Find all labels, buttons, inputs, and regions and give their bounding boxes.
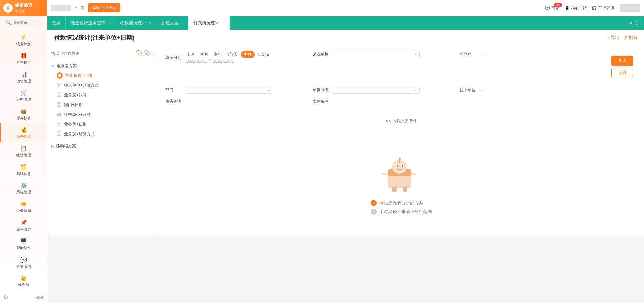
topbar-settings-icon[interactable]: ⚙ xyxy=(80,5,85,11)
dept-label: 部门 xyxy=(165,87,183,93)
sidebar-item-operation[interactable]: 📋 经营管理 xyxy=(0,142,47,160)
scheme-item-label: 业务员+结算方式 xyxy=(64,131,95,137)
message-action[interactable]: 💬 消息 99+ xyxy=(545,5,559,11)
date-btn-more[interactable]: 更多 xyxy=(241,51,255,58)
tab-receipt-stats-close[interactable]: × xyxy=(149,21,151,25)
footer-settings-icon[interactable]: ⚙ xyxy=(3,294,8,300)
tab-new-plan-close[interactable]: × xyxy=(181,21,183,25)
sidebar-header: 6 畅捷通巧 标准版 xyxy=(0,0,47,16)
sidebar-item-system[interactable]: ⚙️ 系统管理 xyxy=(0,179,47,198)
scheme-settings-icon[interactable]: ⚙ xyxy=(144,50,150,56)
tab-receipt-stats[interactable]: 收款情况统计 × xyxy=(115,16,156,30)
guide-icon: 📌 xyxy=(20,219,27,226)
sidebar-item-guide[interactable]: 📌 新手引导 xyxy=(0,216,47,235)
settings-btn[interactable]: 设置 xyxy=(611,68,633,78)
mobile-section-arrow: ▶ xyxy=(51,144,54,148)
service-action[interactable]: 🎧 在线客服 xyxy=(592,5,614,11)
date-btn-this-month[interactable]: 本月 xyxy=(198,51,210,58)
desktop-section-header[interactable]: ▼ 电脑端方案 xyxy=(47,62,158,70)
sidebar-item-marketing[interactable]: 🎁 营销推广 xyxy=(0,49,47,68)
scheme-item-dept-date[interactable]: 部门+日期 xyxy=(47,100,158,110)
sidebar-item-basic-info[interactable]: 🗂️ 基础信息 xyxy=(0,160,47,179)
staff-label: 业务员 xyxy=(460,51,477,57)
date-btn-custom[interactable]: 自定义 xyxy=(256,51,272,58)
collapse-icon: ∧∧ xyxy=(385,119,391,123)
quick-nav-icon: ⚡ xyxy=(20,33,27,41)
filter-partner-col: 往来单位 ··· xyxy=(460,87,607,93)
sidebar-item-wechat[interactable]: 💬 企业微信 xyxy=(0,253,47,272)
scheme-item-unit-date[interactable]: 往来单位+日期 xyxy=(47,70,158,81)
sidebar-search-container: 🔍 xyxy=(0,16,47,29)
message-badge: 99+ xyxy=(554,3,562,7)
topbar-actions: 💬 消息 99+ 📱 App下载 🎧 在线客服 xyxy=(545,4,640,12)
scheme-item-staff-account[interactable]: 业务员+账号 xyxy=(47,90,158,100)
filter-row-1: 单据日期 上月 本月 本年 近7天 更多 自定义 20 xyxy=(165,51,637,83)
svg-rect-28 xyxy=(382,173,388,175)
sidebar-item-member[interactable]: 👑 畅会员 xyxy=(0,272,47,290)
status-label: 单据状态 xyxy=(313,87,330,93)
partner-dots-btn[interactable]: ··· xyxy=(479,88,484,93)
main-content: ▾ ⚙ 体验行业方案 💬 消息 99+ 📱 App下载 🎧 在线客服 首页 xyxy=(47,0,644,303)
search-icon: 🔍 xyxy=(6,20,11,25)
tab-bank-flow-close[interactable]: × xyxy=(108,21,110,25)
table-icon4 xyxy=(57,122,61,127)
staff-dots-btn[interactable]: ··· xyxy=(479,51,484,57)
sidebar-item-inventory[interactable]: 📦 库存核算 xyxy=(0,105,47,123)
empty-illustration xyxy=(381,154,421,194)
sidebar-item-label: 智能硬件 xyxy=(16,245,31,250)
sidebar-item-hardware[interactable]: 🖥️ 智能硬件 xyxy=(0,235,47,253)
message-icon: 💬 xyxy=(545,6,550,10)
search-input[interactable] xyxy=(12,21,39,25)
sidebar-item-sales[interactable]: 📊 销售管理 xyxy=(0,68,47,86)
scheme-item-staff-settle[interactable]: 业务员+结算方式 xyxy=(47,129,158,139)
query-btn[interactable]: 查询 xyxy=(611,56,633,66)
footer-collapse-icon[interactable]: ◀◀ xyxy=(35,294,43,300)
sales-icon: 📊 xyxy=(20,70,27,78)
topbar-dropdown-icon[interactable]: ▾ xyxy=(75,6,77,10)
scheme-item-unit-account[interactable]: 往来单位+账号 xyxy=(47,110,158,120)
export-action[interactable]: ↑ 导出 xyxy=(607,35,620,41)
trial-btn[interactable]: 体验行业方案 xyxy=(88,3,120,12)
right-panel: 单据日期 上月 本月 本年 近7天 更多 自定义 20 xyxy=(158,46,644,235)
scheme-item-label: 往来单位+账号 xyxy=(64,112,91,118)
scheme-panel: 按以下方案查询 + ⚙ « ▼ 电脑端方案 xyxy=(47,46,158,235)
scheme-add-icon[interactable]: + xyxy=(136,50,142,56)
tabbar-close-icon[interactable]: ✕ xyxy=(629,20,633,26)
sidebar-item-funds[interactable]: 💰 资金管理 xyxy=(0,123,47,142)
date-btn-7days[interactable]: 近7天 xyxy=(225,51,240,58)
svg-point-24 xyxy=(397,165,398,167)
table-icon2 xyxy=(57,92,61,98)
tabbar: 首页 现金银行流水查询 × 收款情况统计 × 新建方案 × 付款情况统计 × ✕… xyxy=(47,16,644,30)
body-note-input[interactable] xyxy=(332,98,460,105)
enterprise-icon: 🤝 xyxy=(20,200,27,208)
mobile-section-header[interactable]: ▶ 移动端方案 xyxy=(47,142,158,150)
tab-payment-stats[interactable]: 付款情况统计 × xyxy=(188,16,229,30)
sidebar-item-purchase[interactable]: 🛒 采购管理 xyxy=(0,86,47,105)
dept-select[interactable]: ▾ xyxy=(185,87,272,94)
sidebar-item-enterprise[interactable]: 🤝 企业协同 xyxy=(0,198,47,216)
wechat-icon: 💬 xyxy=(20,256,27,263)
sidebar-footer: ⚙ ◀◀ xyxy=(0,291,47,303)
collapse-btn[interactable]: ∧∧ 收起更多条件 xyxy=(381,117,421,125)
app-download-action[interactable]: 📱 App下载 xyxy=(565,5,586,11)
tab-bank-flow[interactable]: 现金银行流水查询 × xyxy=(66,16,115,30)
scheme-collapse-icon[interactable]: « xyxy=(152,51,154,56)
tabbar-expand-icon[interactable]: ⛶ xyxy=(636,20,641,26)
tab-new-plan[interactable]: 新建方案 × xyxy=(156,16,188,30)
date-controls: 上月 本月 本年 近7天 更多 自定义 2022-01-01 至 2022-12… xyxy=(185,51,272,64)
marketing-icon: 🎁 xyxy=(20,52,27,59)
tab-payment-stats-close[interactable]: × xyxy=(222,21,224,25)
app-icon: 📱 xyxy=(565,6,570,10)
date-btn-this-year[interactable]: 本年 xyxy=(212,51,224,58)
source-select[interactable]: ▾ xyxy=(332,51,420,58)
status-select[interactable]: ▾ xyxy=(332,87,420,94)
scheme-item-staff-date[interactable]: 业务员+日期 xyxy=(47,120,158,129)
filter-date-col: 单据日期 上月 本月 本年 近7天 更多 自定义 20 xyxy=(165,51,313,64)
sidebar-item-label: 快捷导航 xyxy=(16,41,31,47)
header-note-input[interactable] xyxy=(185,98,313,105)
refresh-action[interactable]: ↺ 刷新 xyxy=(623,35,637,41)
tab-home[interactable]: 首页 xyxy=(47,16,66,30)
sidebar-item-quick-nav[interactable]: ⚡ 快捷导航 xyxy=(0,31,47,49)
date-btn-last-month[interactable]: 上月 xyxy=(185,51,197,58)
scheme-item-unit-settle[interactable]: 往来单位+结算方式 xyxy=(47,81,158,90)
